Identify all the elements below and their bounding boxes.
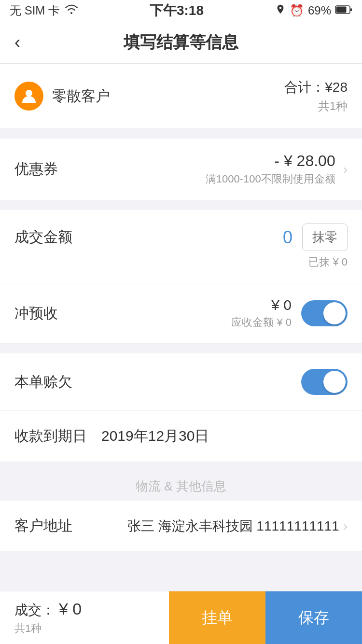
coupon-amount: - ¥ 28.00 [206, 152, 335, 170]
svg-point-3 [26, 90, 32, 97]
address-chevron-icon: › [343, 518, 348, 534]
total-count: 共1种 [284, 98, 348, 114]
coupon-desc: 满1000-100不限制使用金额 [206, 172, 335, 186]
customer-name: 零散客户 [52, 86, 110, 106]
deal-amount-input[interactable] [254, 227, 292, 248]
location-icon [275, 4, 286, 17]
prepayment-label: 冲预收 [14, 304, 58, 323]
debt-row: 本单赊欠 [0, 353, 362, 411]
prepayment-row: 冲预收 ¥ 0 应收金额 ¥ 0 [0, 283, 362, 344]
coupon-chevron-icon: › [343, 162, 348, 177]
status-bar: 无 SIM 卡 下午3:18 ⏰ 69% [0, 0, 362, 21]
due-date-value: 2019年12月30日 [101, 426, 209, 446]
alarm-icon: ⏰ [290, 4, 304, 17]
bottom-deal-amount: ¥ 0 [59, 600, 82, 618]
svg-rect-1 [336, 7, 346, 13]
sim-status: 无 SIM 卡 [10, 3, 60, 18]
wifi-icon [65, 4, 78, 17]
customer-summary: 合计：¥28 共1种 [284, 78, 348, 114]
due-date-row[interactable]: 收款到期日 2019年12月30日 [0, 411, 362, 462]
coupon-right: - ¥ 28.00 满1000-100不限制使用金额 › [206, 152, 348, 186]
divider-3 [0, 344, 362, 353]
time-display: 下午3:18 [150, 1, 204, 20]
prepayment-toggle[interactable] [301, 300, 348, 326]
debt-toggle[interactable] [301, 369, 348, 395]
deal-amount-row: 成交金额 抹零 已抹 ¥ 0 [0, 210, 362, 283]
bottom-info: 成交： ¥ 0 共1种 [0, 600, 169, 636]
customer-left: 零散客户 [14, 82, 110, 111]
prepayment-amount: ¥ 0 [231, 297, 292, 313]
nav-bar: ‹ 填写结算等信息 [0, 21, 362, 64]
page-title: 填写结算等信息 [124, 31, 238, 54]
battery-icon [335, 4, 352, 17]
svg-rect-2 [350, 8, 352, 11]
bottom-deal-label: 成交： [14, 601, 55, 619]
coupon-label: 优惠券 [14, 159, 58, 179]
logistics-label: 物流 & 其他信息 [136, 478, 226, 495]
prepayment-subtext: 应收金额 ¥ 0 [231, 315, 292, 330]
divider-2 [0, 200, 362, 210]
total-amount: 合计：¥28 [284, 78, 348, 97]
logistics-section: 物流 & 其他信息 [0, 472, 362, 501]
bottom-count: 共1种 [14, 621, 154, 636]
due-date-label: 收款到期日 [14, 426, 87, 446]
debt-label: 本单赊欠 [14, 372, 72, 392]
coupon-row[interactable]: 优惠券 - ¥ 28.00 满1000-100不限制使用金额 › [0, 139, 362, 200]
address-row[interactable]: 客户地址 张三 海淀永丰科技园 11111111111 › [0, 501, 362, 552]
save-button[interactable]: 保存 [265, 591, 362, 644]
bottom-bar: 成交： ¥ 0 共1种 挂单 保存 [0, 591, 362, 644]
hang-button[interactable]: 挂单 [169, 591, 265, 644]
avatar [14, 82, 43, 111]
status-right: ⏰ 69% [275, 4, 352, 17]
status-left: 无 SIM 卡 [10, 3, 78, 18]
customer-row: 零散客户 合计：¥28 共1种 [0, 64, 362, 129]
battery-text: 69% [308, 4, 331, 17]
round-zero-button[interactable]: 抹零 [302, 224, 348, 251]
back-button[interactable]: ‹ [14, 32, 20, 53]
address-value: 张三 海淀永丰科技园 11111111111 [87, 517, 339, 535]
divider-1 [0, 129, 362, 139]
deal-amount-label: 成交金额 [14, 227, 72, 247]
divider-4 [0, 462, 362, 472]
already-rounded-text: 已抹 ¥ 0 [308, 255, 348, 269]
address-label: 客户地址 [14, 516, 72, 536]
divider-5 [0, 552, 362, 561]
